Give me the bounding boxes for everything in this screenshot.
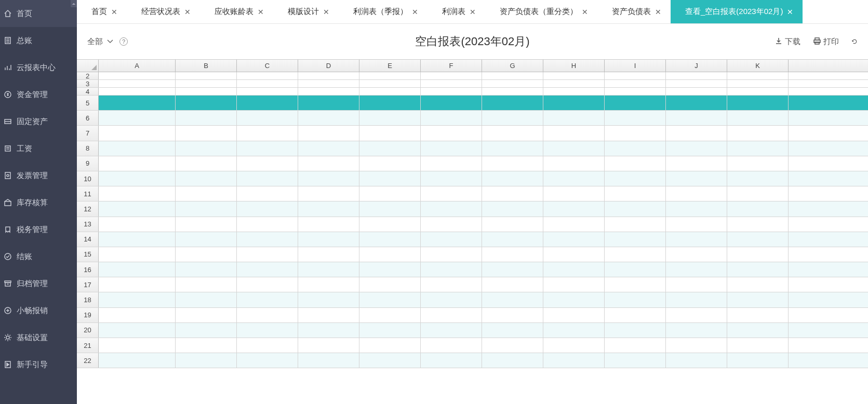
- cell[interactable]: [666, 126, 727, 140]
- col-header-K[interactable]: K: [727, 60, 789, 72]
- cell[interactable]: [359, 171, 421, 186]
- cell[interactable]: [298, 96, 359, 110]
- cell[interactable]: [543, 156, 605, 171]
- row-header-9[interactable]: 9: [77, 156, 99, 171]
- cell[interactable]: [99, 141, 176, 156]
- cell[interactable]: [359, 353, 421, 368]
- cell[interactable]: [176, 308, 237, 322]
- cell[interactable]: [359, 111, 421, 125]
- cell[interactable]: [727, 72, 789, 79]
- row-header-15[interactable]: 15: [77, 247, 99, 262]
- sidebar-item-salary[interactable]: 工资: [0, 135, 77, 162]
- cell[interactable]: [482, 80, 543, 87]
- select-all-corner[interactable]: [77, 60, 99, 72]
- download-button[interactable]: 下载: [774, 37, 800, 47]
- sidebar-item-fund[interactable]: 资金管理: [0, 81, 77, 108]
- cell[interactable]: [789, 338, 868, 353]
- cell[interactable]: [482, 353, 543, 368]
- sidebar-item-guide[interactable]: 新手引导: [0, 351, 77, 378]
- row-header-19[interactable]: 19: [77, 308, 99, 322]
- cell[interactable]: [605, 277, 666, 292]
- cell[interactable]: [421, 232, 482, 247]
- cell[interactable]: [237, 186, 298, 201]
- cell[interactable]: [789, 96, 868, 110]
- cell[interactable]: [359, 308, 421, 322]
- cell[interactable]: [543, 262, 605, 277]
- cell[interactable]: [237, 96, 298, 110]
- col-header-G[interactable]: G: [482, 60, 543, 72]
- print-button[interactable]: 打印: [813, 37, 839, 47]
- tab-8[interactable]: 查看_空白报表(2023年02月)✕: [671, 0, 803, 23]
- cell[interactable]: [421, 262, 482, 277]
- cell[interactable]: [482, 96, 543, 110]
- cell[interactable]: [605, 217, 666, 232]
- cell[interactable]: [605, 80, 666, 87]
- row-header-14[interactable]: 14: [77, 232, 99, 247]
- cell[interactable]: [666, 232, 727, 247]
- cell[interactable]: [99, 96, 176, 110]
- cell[interactable]: [789, 141, 868, 156]
- cell[interactable]: [727, 171, 789, 186]
- cell[interactable]: [359, 323, 421, 338]
- cell[interactable]: [421, 186, 482, 201]
- cell[interactable]: [727, 262, 789, 277]
- cell[interactable]: [666, 247, 727, 262]
- tab-6[interactable]: 资产负债表（重分类）✕: [485, 0, 597, 23]
- cell[interactable]: [666, 156, 727, 171]
- col-header-E[interactable]: E: [359, 60, 421, 72]
- cell[interactable]: [789, 156, 868, 171]
- cell[interactable]: [789, 323, 868, 338]
- cell[interactable]: [482, 338, 543, 353]
- sidebar-item-close[interactable]: 结账: [0, 243, 77, 270]
- cell[interactable]: [543, 96, 605, 110]
- cell[interactable]: [727, 111, 789, 125]
- cell[interactable]: [99, 72, 176, 79]
- cell[interactable]: [666, 277, 727, 292]
- cell[interactable]: [666, 292, 727, 307]
- cell[interactable]: [789, 247, 868, 262]
- col-header-A[interactable]: A: [99, 60, 176, 72]
- cell[interactable]: [99, 186, 176, 201]
- cell[interactable]: [666, 72, 727, 79]
- cell[interactable]: [99, 247, 176, 262]
- cell[interactable]: [99, 88, 176, 95]
- cell[interactable]: [789, 353, 868, 368]
- cell[interactable]: [543, 141, 605, 156]
- col-header-F[interactable]: F: [421, 60, 482, 72]
- cell[interactable]: [543, 111, 605, 125]
- cell[interactable]: [727, 338, 789, 353]
- sidebar-item-inventory[interactable]: 库存核算: [0, 189, 77, 216]
- cell[interactable]: [605, 126, 666, 140]
- row-header-7[interactable]: 7: [77, 126, 99, 140]
- cell[interactable]: [298, 308, 359, 322]
- cell[interactable]: [543, 308, 605, 322]
- cell[interactable]: [543, 80, 605, 87]
- cell[interactable]: [298, 277, 359, 292]
- cell[interactable]: [666, 217, 727, 232]
- cell[interactable]: [176, 201, 237, 216]
- cell[interactable]: [421, 292, 482, 307]
- cell[interactable]: [789, 262, 868, 277]
- tab-0[interactable]: 首页✕: [77, 0, 127, 23]
- cell[interactable]: [727, 141, 789, 156]
- row-header-22[interactable]: 22: [77, 353, 99, 368]
- row-header-6[interactable]: 6: [77, 111, 99, 125]
- cell[interactable]: [421, 201, 482, 216]
- cell[interactable]: [298, 126, 359, 140]
- cell[interactable]: [727, 88, 789, 95]
- cell[interactable]: [359, 232, 421, 247]
- row-header-17[interactable]: 17: [77, 277, 99, 292]
- cell[interactable]: [789, 186, 868, 201]
- cell[interactable]: [727, 217, 789, 232]
- cell[interactable]: [421, 277, 482, 292]
- close-icon[interactable]: ✕: [258, 8, 264, 16]
- cell[interactable]: [421, 156, 482, 171]
- cell[interactable]: [421, 308, 482, 322]
- sidebar-item-archive[interactable]: 归档管理: [0, 270, 77, 297]
- cell[interactable]: [237, 262, 298, 277]
- cell[interactable]: [666, 96, 727, 110]
- cell[interactable]: [421, 217, 482, 232]
- sidebar-item-tax[interactable]: 税务管理: [0, 216, 77, 243]
- filter-dropdown[interactable]: 全部 ?: [87, 37, 128, 47]
- cell[interactable]: [237, 141, 298, 156]
